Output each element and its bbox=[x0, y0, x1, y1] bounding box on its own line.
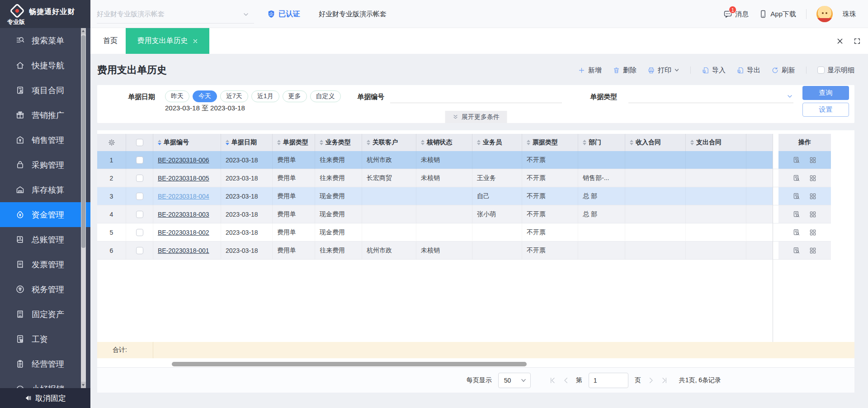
sidebar-item-reimburse[interactable]: 小好报销 bbox=[0, 376, 90, 388]
pill-last7days[interactable]: 近7天 bbox=[220, 90, 248, 102]
linked-query-icon[interactable] bbox=[793, 174, 801, 182]
header-ticket-type[interactable]: 票据类型 bbox=[522, 134, 578, 151]
header-customer[interactable]: 关联客户 bbox=[362, 134, 416, 151]
sort-caret-icon[interactable] bbox=[320, 140, 323, 145]
account-set-select[interactable]: 好业财专业版演示帐套 bbox=[97, 5, 254, 24]
bill-no-link[interactable]: BE-20230318-001 bbox=[158, 247, 209, 254]
tab-expense-history[interactable]: 费用支出单历史 bbox=[126, 28, 209, 54]
pill-yesterday[interactable]: 昨天 bbox=[165, 90, 189, 102]
horizontal-scrollbar[interactable] bbox=[97, 362, 854, 366]
sidebar-item-sales[interactable]: 销售管理 bbox=[0, 128, 90, 152]
sort-caret-icon[interactable] bbox=[583, 140, 586, 145]
fullscreen-icon[interactable] bbox=[854, 38, 861, 45]
bill-type-input[interactable] bbox=[628, 93, 786, 100]
header-income-contract[interactable]: 收入合同 bbox=[625, 134, 686, 151]
sidebar-item-project-contract[interactable]: 项目合同 bbox=[0, 78, 90, 103]
sort-caret-icon[interactable] bbox=[630, 140, 633, 145]
grid-actions-icon[interactable] bbox=[809, 210, 817, 218]
settings-button[interactable]: 设置 bbox=[802, 103, 849, 117]
messages-button[interactable]: 消息 1 bbox=[723, 9, 749, 19]
print-button[interactable]: 打印 bbox=[647, 66, 679, 75]
sort-caret-icon[interactable] bbox=[690, 140, 694, 145]
sidebar-item-search-menu[interactable]: 搜索菜单 bbox=[0, 28, 90, 53]
table-row[interactable]: 3 BE-20230318-004 2023-03-18 费用单 现金费用 自己… bbox=[97, 187, 854, 205]
tab-close-icon[interactable] bbox=[193, 38, 198, 44]
sidebar-item-fixed-assets[interactable]: 固定资产 bbox=[0, 302, 90, 327]
linked-query-icon[interactable] bbox=[793, 156, 801, 164]
sidebar-item-funds[interactable]: 资金管理 bbox=[0, 202, 90, 227]
add-button[interactable]: 新增 bbox=[578, 66, 602, 75]
table-row[interactable]: 4 BE-20230318-003 2023-03-18 费用单 现金费用 张小… bbox=[97, 205, 854, 223]
table-row[interactable]: 5 BE-20230318-002 2023-03-18 费用单 现金费用 不开… bbox=[97, 223, 854, 242]
page-number-input[interactable] bbox=[589, 373, 628, 388]
search-button[interactable]: 查询 bbox=[802, 86, 849, 100]
show-detail-toggle[interactable]: 显示明细 bbox=[817, 66, 854, 75]
pill-last1month[interactable]: 近1月 bbox=[251, 90, 279, 102]
grid-actions-icon[interactable] bbox=[809, 192, 817, 200]
sort-caret-icon[interactable] bbox=[158, 140, 161, 145]
sidebar-item-tax[interactable]: 税务管理 bbox=[0, 277, 90, 302]
linked-query-icon[interactable] bbox=[793, 192, 801, 200]
header-bill-no[interactable]: 单据编号 bbox=[153, 134, 221, 151]
table-row[interactable]: 2 BE-20230318-005 2023-03-18 费用单 往来费用 长宏… bbox=[97, 169, 854, 187]
unpin-sidebar-button[interactable]: 取消固定 bbox=[0, 388, 90, 408]
tab-home[interactable]: 首页 bbox=[103, 28, 118, 54]
sidebar-item-quick-nav[interactable]: 快捷导航 bbox=[0, 53, 90, 78]
date-range-value[interactable]: 2023-03-18 至 2023-03-18 bbox=[165, 104, 245, 113]
header-bill-date[interactable]: 单据日期 bbox=[221, 134, 273, 151]
prev-page-button[interactable] bbox=[562, 377, 570, 384]
import-button[interactable]: 导入 bbox=[702, 66, 726, 75]
row-checkbox[interactable] bbox=[136, 157, 143, 164]
bill-no-link[interactable]: BE-20230318-005 bbox=[158, 175, 209, 182]
bill-type-select[interactable] bbox=[628, 90, 793, 103]
sidebar-item-ledger[interactable]: 总账管理 bbox=[0, 227, 90, 252]
sidebar-scrollbar[interactable] bbox=[81, 28, 86, 388]
user-avatar[interactable] bbox=[816, 6, 833, 22]
delete-button[interactable]: 删除 bbox=[613, 66, 637, 75]
row-checkbox[interactable] bbox=[136, 175, 143, 182]
bill-no-link[interactable]: BE-20230318-002 bbox=[158, 229, 209, 236]
grid-actions-icon[interactable] bbox=[809, 247, 817, 255]
sidebar-item-invoice[interactable]: 发票管理 bbox=[0, 252, 90, 277]
export-button[interactable]: 导出 bbox=[736, 66, 760, 75]
scroll-down-icon[interactable] bbox=[81, 382, 86, 388]
first-page-button[interactable] bbox=[549, 377, 556, 384]
header-verify-status[interactable]: 核销状态 bbox=[416, 134, 472, 151]
linked-query-icon[interactable] bbox=[793, 228, 801, 237]
row-checkbox[interactable] bbox=[136, 211, 143, 218]
grid-actions-icon[interactable] bbox=[809, 156, 817, 164]
refresh-button[interactable]: 刷新 bbox=[771, 66, 795, 75]
user-name[interactable]: 珠珠 bbox=[843, 10, 856, 19]
pill-today[interactable]: 今天 bbox=[193, 90, 217, 102]
select-all-checkbox[interactable] bbox=[136, 139, 143, 146]
bill-no-link[interactable]: BE-20230318-004 bbox=[158, 193, 209, 200]
row-checkbox[interactable] bbox=[136, 229, 143, 236]
sidebar-item-salary[interactable]: 工资 bbox=[0, 327, 90, 351]
sort-caret-icon[interactable] bbox=[277, 140, 281, 145]
bill-no-link[interactable]: BE-20230318-003 bbox=[158, 211, 209, 218]
header-salesman[interactable]: 业务员 bbox=[472, 134, 522, 151]
linked-query-icon[interactable] bbox=[793, 210, 801, 218]
sidebar-item-inventory[interactable]: 库存核算 bbox=[0, 177, 90, 202]
sort-caret-icon[interactable] bbox=[527, 140, 530, 145]
row-checkbox[interactable] bbox=[136, 193, 143, 200]
pill-more[interactable]: 更多 bbox=[283, 90, 307, 102]
sidebar-item-purchase[interactable]: 采购管理 bbox=[0, 152, 90, 177]
close-all-icon[interactable] bbox=[836, 38, 844, 45]
sort-caret-icon[interactable] bbox=[367, 140, 370, 145]
header-biz-type[interactable]: 业务类型 bbox=[315, 134, 362, 151]
expand-more-conditions[interactable]: 展开更多条件 bbox=[445, 111, 507, 123]
next-page-button[interactable] bbox=[647, 377, 655, 384]
per-page-select[interactable]: 50 bbox=[498, 373, 531, 388]
app-download-button[interactable]: App下载 bbox=[759, 9, 796, 19]
sort-caret-icon[interactable] bbox=[421, 140, 425, 145]
header-expense-contract[interactable]: 支出合同 bbox=[686, 134, 746, 151]
bill-no-link[interactable]: BE-20230318-006 bbox=[158, 157, 209, 164]
header-department[interactable]: 部门 bbox=[578, 134, 625, 151]
header-bill-type[interactable]: 单据类型 bbox=[273, 134, 315, 151]
pill-custom[interactable]: 自定义 bbox=[310, 90, 341, 102]
table-row[interactable]: 6 BE-20230318-001 2023-03-18 费用单 往来费用 杭州… bbox=[97, 242, 854, 260]
hscroll-thumb[interactable] bbox=[172, 362, 527, 366]
sidebar-item-marketing[interactable]: 营销推广 bbox=[0, 103, 90, 128]
table-row[interactable]: 1 BE-20230318-006 2023-03-18 费用单 往来费用 杭州… bbox=[97, 151, 854, 169]
